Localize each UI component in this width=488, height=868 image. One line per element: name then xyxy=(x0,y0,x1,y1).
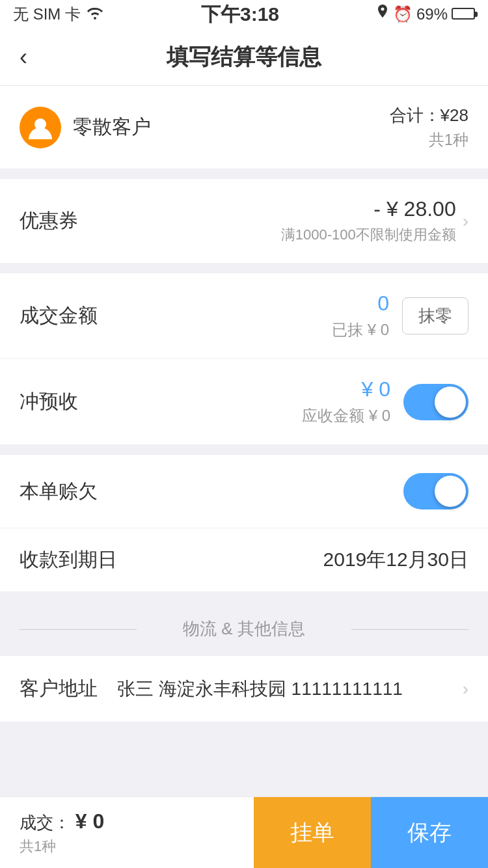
coupon-section[interactable]: 优惠券 - ¥ 28.00 满1000-100不限制使用金额 › xyxy=(0,179,488,263)
status-bar: 无 SIM 卡 下午3:18 ⏰ 69% xyxy=(0,0,488,29)
bottom-count: 共1种 xyxy=(20,837,234,856)
avatar xyxy=(20,107,61,148)
total-count: 共1种 xyxy=(390,129,468,150)
nav-bar: ‹ 填写结算等信息 xyxy=(0,29,488,86)
prepay-label: 冲预收 xyxy=(20,388,78,415)
customer-name: 零散客户 xyxy=(73,114,151,141)
address-value: 张三 海淀永丰科技园 11111111111 xyxy=(117,677,456,701)
bottom-bar: 成交： ¥ 0 共1种 挂单 保存 xyxy=(0,796,488,868)
logistics-text: 物流 & 其他信息 xyxy=(183,619,305,638)
coupon-amount: - ¥ 28.00 xyxy=(281,197,456,221)
customer-left: 零散客户 xyxy=(20,107,151,148)
credit-right xyxy=(403,473,468,509)
nav-title: 填写结算等信息 xyxy=(167,42,321,72)
coupon-desc: 满1000-100不限制使用金额 xyxy=(281,225,456,245)
prepay-value: ¥ 0 xyxy=(362,377,390,401)
credit-row: 本单赊欠 xyxy=(0,455,488,528)
prepay-sub: 应收金额 ¥ 0 xyxy=(302,405,390,426)
credit-toggle-knob xyxy=(435,476,466,507)
back-button[interactable]: ‹ xyxy=(20,44,27,71)
deal-row: 成交金额 0 已抹 ¥ 0 抹零 xyxy=(0,273,488,359)
address-section[interactable]: 客户地址 张三 海淀永丰科技园 11111111111 › xyxy=(0,656,488,722)
bottom-amount: ¥ 0 xyxy=(75,809,104,833)
wifi-icon xyxy=(86,5,104,23)
deal-prepay-section: 成交金额 0 已抹 ¥ 0 抹零 冲预收 ¥ 0 应收金额 ¥ 0 xyxy=(0,273,488,444)
battery-percentage: 69% xyxy=(416,5,448,23)
coupon-right: - ¥ 28.00 满1000-100不限制使用金额 › xyxy=(281,197,468,245)
address-label: 客户地址 xyxy=(20,675,98,702)
round-off-button[interactable]: 抹零 xyxy=(402,297,468,334)
deal-right: 0 已抹 ¥ 0 抹零 xyxy=(332,292,468,340)
status-right: ⏰ 69% xyxy=(376,5,475,24)
customer-section: 零散客户 合计：¥28 共1种 xyxy=(0,86,488,169)
total-amount: 合计：¥28 xyxy=(390,104,468,127)
save-button[interactable]: 保存 xyxy=(371,797,488,869)
deal-value: 0 xyxy=(377,292,389,315)
credit-label: 本单赊欠 xyxy=(20,478,98,505)
bottom-info: 成交： ¥ 0 共1种 xyxy=(0,809,254,856)
status-left: 无 SIM 卡 xyxy=(13,4,104,25)
logistics-header: 物流 & 其他信息 xyxy=(0,602,488,656)
battery-icon xyxy=(452,5,475,23)
toggle-knob xyxy=(435,387,466,418)
hold-button[interactable]: 挂单 xyxy=(254,797,371,869)
due-date-row: 收款到期日 2019年12月30日 xyxy=(0,528,488,591)
deal-label: 成交金额 xyxy=(20,303,98,329)
coupon-arrow-icon: › xyxy=(463,211,468,232)
alarm-icon: ⏰ xyxy=(393,5,413,23)
prepay-toggle[interactable] xyxy=(403,384,468,420)
due-date-label: 收款到期日 xyxy=(20,547,117,573)
due-date-value: 2019年12月30日 xyxy=(323,547,468,573)
content: 零散客户 合计：¥28 共1种 优惠券 - ¥ 28.00 满1000-100不… xyxy=(0,86,488,810)
bottom-deal-row: 成交： ¥ 0 xyxy=(20,809,234,834)
sim-status: 无 SIM 卡 xyxy=(13,4,81,25)
customer-right: 合计：¥28 共1种 xyxy=(390,104,468,150)
status-time: 下午3:18 xyxy=(201,1,279,28)
address-arrow-icon: › xyxy=(463,679,468,699)
credit-toggle[interactable] xyxy=(403,473,468,509)
deal-sub: 已抹 ¥ 0 xyxy=(332,319,389,340)
bottom-deal-label: 成交： xyxy=(20,813,70,832)
prepay-right: ¥ 0 应收金额 ¥ 0 xyxy=(302,377,468,426)
prepay-row: 冲预收 ¥ 0 应收金额 ¥ 0 xyxy=(0,359,488,444)
coupon-label: 优惠券 xyxy=(20,208,78,234)
location-icon xyxy=(376,5,389,24)
credit-section: 本单赊欠 收款到期日 2019年12月30日 xyxy=(0,455,488,591)
